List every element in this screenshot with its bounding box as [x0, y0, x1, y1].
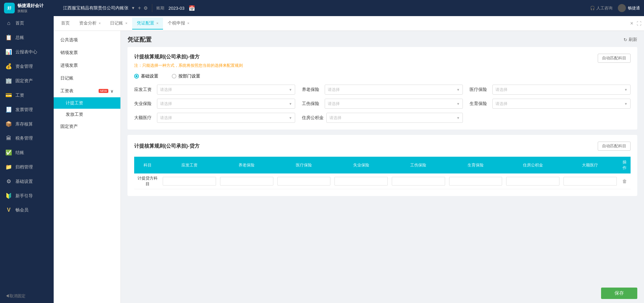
tab-tax-return[interactable]: 个税申报 × [163, 17, 194, 30]
calendar-icon[interactable]: 📅 [189, 5, 195, 11]
save-btn[interactable]: 保存 [601, 288, 637, 299]
menu-item-fixed-assets[interactable]: 固定资产 [54, 120, 120, 133]
sidebar-item-ledger[interactable]: 📋 总账 [0, 30, 54, 45]
sidebar-item-home[interactable]: ⌂ 首页 [0, 16, 54, 30]
assets-icon: 🏢 [5, 78, 12, 84]
radio-dot [136, 75, 138, 77]
logo-area: 好 畅捷通好会计 旗舰版 [4, 3, 58, 13]
input-pension[interactable] [220, 177, 273, 186]
select-placeholder: 请选择 [160, 115, 172, 121]
input-birth[interactable] [449, 177, 502, 186]
add-btn[interactable]: + [138, 5, 141, 11]
select-placeholder: 请选择 [495, 87, 507, 93]
sidebar-item-archive[interactable]: 📁 归档管理 [0, 160, 54, 174]
closing-icon: ✅ [5, 149, 12, 156]
sidebar-item-label: 资金管理 [15, 63, 33, 69]
sidebar-item-settings[interactable]: ⚙ 基础设置 [0, 174, 54, 189]
select-bigmedical[interactable]: 请选择 ▼ [157, 113, 295, 123]
radio-group: 基础设置 按部门设置 [134, 73, 631, 79]
delete-row-btn[interactable]: 🗑 [622, 179, 627, 184]
sidebar-item-member[interactable]: V 畅会员 [0, 203, 54, 217]
debit-section: 计提核算规则(公司承担)-借方 注：只能选择一种方式，系统将按照您当前的选择来配… [127, 47, 637, 130]
member-icon: V [5, 207, 12, 213]
tab-close-voucher[interactable]: × [156, 21, 158, 25]
menu-item-payroll-table[interactable]: 工资表 NEW ∨ [54, 85, 120, 97]
sidebar-item-reports[interactable]: 📊 云报表中心 [0, 45, 54, 59]
label-unemployment: 失业保险 [134, 101, 154, 107]
tab-voucher-config[interactable]: 凭证配置 × [132, 17, 163, 30]
menu-item-journal[interactable]: 日记账 [54, 72, 120, 85]
chevron-icon: ▼ [457, 88, 460, 92]
sidebar-item-closing[interactable]: ✅ 结账 [0, 145, 54, 160]
select-workinjury[interactable]: 请选择 ▼ [325, 99, 463, 109]
select-birth[interactable]: 请选择 ▼ [492, 99, 631, 109]
form-row-medical: 医疗保险 请选择 ▼ [470, 85, 631, 95]
menu-item-pay-payroll[interactable]: 发放工资 [54, 109, 120, 120]
debit-auto-match-btn[interactable]: 自动匹配科目 [598, 54, 631, 63]
settings-btn[interactable]: ⚙ [144, 5, 148, 11]
service-btn[interactable]: 🎧 人工咨询 [590, 5, 612, 11]
menu-item-calc-payroll[interactable]: 计提工资 [54, 97, 120, 109]
input-housing[interactable] [506, 177, 559, 186]
tab-close-journal[interactable]: × [125, 21, 127, 25]
select-medical[interactable]: 请选择 ▼ [492, 85, 631, 95]
cancel-fixed-btn[interactable]: ◀取消固定 [0, 289, 54, 303]
payroll-table-label: 工资表 [60, 88, 73, 94]
top-right: 🎧 人工咨询 畅捷通 [590, 4, 640, 12]
radio-dept[interactable]: 按部门设置 [172, 73, 200, 79]
user-area: 畅捷通 [618, 4, 640, 12]
input-salary[interactable] [163, 177, 216, 186]
select-housing[interactable]: 请选择 ▼ [326, 113, 463, 123]
radio-basic[interactable]: 基础设置 [134, 73, 158, 79]
company-dropdown-btn[interactable]: ▼ [131, 6, 135, 10]
sidebar-item-assets[interactable]: 🏢 固定资产 [0, 73, 54, 88]
menu-item-public[interactable]: 公共选项 [54, 34, 120, 46]
form-row-salary: 应发工资 请选择 ▼ [134, 85, 295, 95]
tab-label: 资金分析 [79, 20, 97, 26]
input-unemployment[interactable] [334, 177, 388, 186]
input-medical[interactable] [277, 177, 331, 186]
select-pension[interactable]: 请选择 ▼ [325, 85, 463, 95]
tab-close-tax[interactable]: × [187, 21, 189, 25]
menu-item-purchase-invoice[interactable]: 进项发票 [54, 59, 120, 72]
debit-form-grid: 应发工资 请选择 ▼ 养老保险 请选择 [134, 85, 631, 123]
menu-item-sales-invoice[interactable]: 销项发票 [54, 46, 120, 59]
tab-journal[interactable]: 日记账 × [105, 17, 132, 30]
tab-home[interactable]: 首页 [56, 17, 74, 30]
expand-btn[interactable]: ⛶ [637, 20, 641, 27]
inventory-icon: 📦 [5, 121, 12, 127]
select-unemployment[interactable]: 请选择 ▼ [157, 99, 295, 109]
select-placeholder: 请选择 [160, 87, 172, 93]
sidebar-item-guide[interactable]: 🔰 新手引导 [0, 189, 54, 203]
credit-section-title: 计提核算规则(公司承担)-贷方 [134, 143, 200, 149]
cell-pension [218, 173, 275, 189]
sidebar-item-inventory[interactable]: 📦 库存核算 [0, 117, 54, 131]
sidebar-item-capital[interactable]: 💰 资金管理 [0, 59, 54, 73]
sidebar-item-payroll[interactable]: 💳 工资 [0, 88, 54, 102]
input-bigmedical[interactable] [564, 177, 617, 186]
tax-icon: 🏛 [5, 135, 12, 141]
credit-table: 科目 应发工资 养老保险 医疗保险 失业保险 工伤保险 生育保险 住房公积金 大 [134, 157, 631, 189]
select-salary[interactable]: 请选择 ▼ [157, 85, 295, 95]
payroll-icon: 💳 [5, 92, 12, 98]
sidebar-item-label: 畅会员 [15, 207, 29, 213]
sidebar-item-tax[interactable]: 🏛 税务管理 [0, 131, 54, 145]
tab-close-capital[interactable]: × [99, 21, 101, 25]
sidebar-item-invoice[interactable]: 🧾 发票管理 [0, 102, 54, 117]
col-bigmedical: 大额医疗 [561, 157, 619, 173]
close-all-tabs-btn[interactable]: × [630, 20, 633, 27]
chevron-icon: ▼ [457, 102, 460, 106]
home-icon: ⌂ [5, 20, 12, 26]
input-workinjury[interactable] [392, 177, 445, 186]
col-housing: 住房公积金 [504, 157, 561, 173]
col-action: 操作 [619, 157, 631, 173]
chevron-icon: ▼ [624, 88, 628, 92]
refresh-btn[interactable]: ↻ 刷新 [624, 37, 637, 43]
tab-home-label: 首页 [61, 20, 70, 26]
tab-capital-analysis[interactable]: 资金分析 × [74, 17, 105, 30]
save-btn-area: 保存 [121, 284, 644, 303]
tab-actions: × ⛶ [630, 20, 641, 27]
sidebar-item-label: 首页 [15, 20, 24, 26]
credit-auto-match-btn[interactable]: 自动匹配科目 [598, 142, 631, 151]
page-content: 公共选项 销项发票 进项发票 日记账 工资表 NEW ∨ 计提工资 发放工资 固… [54, 31, 644, 303]
